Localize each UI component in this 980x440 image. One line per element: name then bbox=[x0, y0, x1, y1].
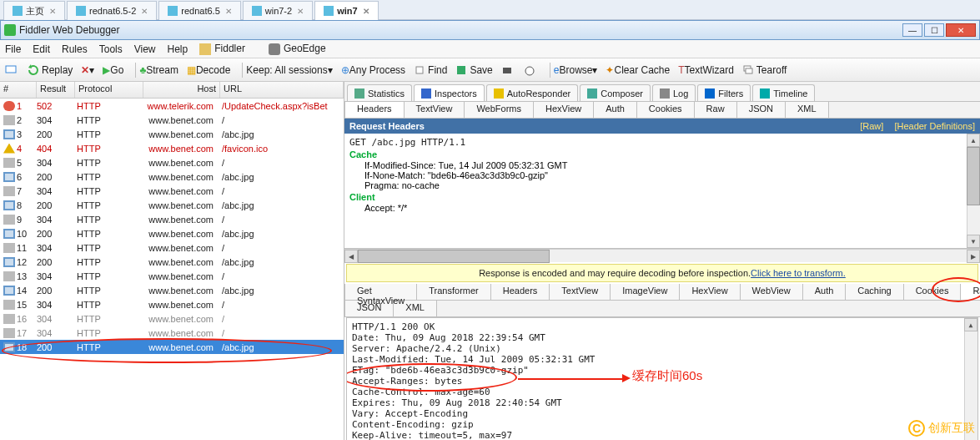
replay-button[interactable]: Replay bbox=[28, 64, 73, 76]
menu-edit[interactable]: Edit bbox=[33, 43, 50, 55]
close-icon[interactable]: ✕ bbox=[225, 7, 232, 16]
inspector-tab-log[interactable]: Log bbox=[652, 84, 696, 101]
response-tab-cookies[interactable]: Cookies bbox=[904, 284, 962, 300]
tab-rednat652[interactable]: rednat6.5-2✕ bbox=[67, 1, 157, 20]
tab-win7[interactable]: win7✕ bbox=[314, 1, 378, 20]
decode-notice[interactable]: Response is encoded and may require deco… bbox=[346, 264, 978, 282]
response-tab-transformer[interactable]: Transformer bbox=[417, 284, 491, 300]
request-tab-headers[interactable]: Headers bbox=[344, 102, 405, 118]
session-row[interactable]: 6200HTTPwww.benet.com/abc.jpg bbox=[0, 169, 344, 184]
col-url[interactable]: URL bbox=[220, 82, 344, 98]
textwizard-button[interactable]: T TextWizard bbox=[678, 64, 734, 76]
tab-win72[interactable]: win7-2✕ bbox=[243, 1, 313, 20]
close-icon[interactable]: ✕ bbox=[363, 7, 369, 16]
scrollbar-vertical[interactable]: ▲ ▼ bbox=[967, 134, 980, 248]
minimize-button[interactable]: — bbox=[902, 23, 922, 37]
menu-fiddlerscript[interactable]: Fiddler bbox=[199, 43, 257, 55]
sessions-header[interactable]: # Result Protocol Host URL bbox=[0, 82, 344, 99]
decode-button[interactable]: ▦ Decode bbox=[187, 64, 230, 76]
scroll-left-icon[interactable]: ◀ bbox=[344, 250, 358, 263]
inspector-tab-composer[interactable]: Composer bbox=[580, 84, 651, 101]
go-button[interactable]: ▶ Go bbox=[103, 64, 123, 76]
session-row[interactable]: 14200HTTPwww.benet.com/abc.jpg bbox=[0, 283, 344, 297]
session-row[interactable]: 2304HTTPwww.benet.com/ bbox=[0, 113, 344, 127]
session-row[interactable]: 7304HTTPwww.benet.com/ bbox=[0, 184, 344, 198]
session-row[interactable]: 12200HTTPwww.benet.com/abc.jpg bbox=[0, 255, 344, 269]
session-row[interactable]: 18200HTTPwww.benet.com/abc.jpg bbox=[0, 340, 344, 354]
inspector-tab-inspectors[interactable]: Inspectors bbox=[414, 84, 485, 101]
session-row[interactable]: 1502HTTPwww.telerik.com/UpdateCheck.aspx… bbox=[0, 99, 344, 113]
response-tab-auth[interactable]: Auth bbox=[803, 284, 847, 300]
inspector-tab-timeline[interactable]: Timeline bbox=[752, 84, 815, 101]
raw-link[interactable]: [Raw] bbox=[860, 121, 883, 131]
menu-tools[interactable]: Tools bbox=[99, 43, 123, 55]
request-tab-cookies[interactable]: Cookies bbox=[637, 102, 695, 118]
session-row[interactable]: 10200HTTPwww.benet.com/abc.jpg bbox=[0, 226, 344, 240]
col-host[interactable]: Host bbox=[143, 82, 220, 98]
response-tab-caching[interactable]: Caching bbox=[846, 284, 903, 300]
response-tab-get-syntaxview[interactable]: Get SyntaxView bbox=[344, 284, 417, 300]
comment-button[interactable] bbox=[5, 64, 19, 76]
session-row[interactable]: 17304HTTPwww.benet.com/ bbox=[0, 326, 344, 340]
menu-view[interactable]: View bbox=[134, 43, 156, 55]
session-row[interactable]: 5304HTTPwww.benet.com/ bbox=[0, 155, 344, 169]
request-body[interactable]: GET /abc.jpg HTTP/1.1 Cache If-Modified-… bbox=[344, 134, 980, 249]
any-process-button[interactable]: ⊕ Any Process bbox=[341, 64, 405, 76]
maximize-button[interactable]: ☐ bbox=[924, 23, 944, 37]
header-definitions-link[interactable]: [Header Definitions] bbox=[894, 121, 975, 131]
session-row[interactable]: 4404HTTPwww.benet.com/favicon.ico bbox=[0, 141, 344, 155]
request-tab-webforms[interactable]: WebForms bbox=[465, 102, 534, 118]
find-button[interactable]: Find bbox=[414, 64, 447, 76]
close-icon[interactable]: ✕ bbox=[141, 7, 148, 16]
session-row[interactable]: 9304HTTPwww.benet.com/ bbox=[0, 212, 344, 226]
close-button[interactable]: ✕ bbox=[946, 23, 976, 37]
request-tab-auth[interactable]: Auth bbox=[594, 102, 637, 118]
tab-rednat65[interactable]: rednat6.5✕ bbox=[158, 1, 240, 20]
request-tab-raw[interactable]: Raw bbox=[695, 102, 737, 118]
browse-button[interactable]: e Browse ▾ bbox=[554, 64, 598, 76]
response-tab-imageview[interactable]: ImageView bbox=[611, 284, 680, 300]
response-tab-webview[interactable]: WebView bbox=[741, 284, 803, 300]
request-tab-json[interactable]: JSON bbox=[737, 102, 786, 118]
request-tab-xml[interactable]: XML bbox=[786, 102, 829, 118]
clear-cache-button[interactable]: ✦ Clear Cache bbox=[606, 64, 670, 76]
stream-button[interactable]: ♣ Stream bbox=[139, 64, 178, 76]
menu-help[interactable]: Help bbox=[168, 43, 188, 55]
menu-rules[interactable]: Rules bbox=[62, 43, 88, 55]
scroll-thumb[interactable] bbox=[967, 147, 980, 205]
close-icon[interactable]: ✕ bbox=[49, 7, 56, 16]
session-row[interactable]: 3200HTTPwww.benet.com/abc.jpg bbox=[0, 127, 344, 141]
inspector-tab-autoresponder[interactable]: AutoResponder bbox=[486, 84, 578, 101]
session-row[interactable]: 16304HTTPwww.benet.com/ bbox=[0, 311, 344, 326]
menu-file[interactable]: File bbox=[5, 43, 21, 55]
menu-geoedge[interactable]: GeoEdge bbox=[269, 43, 338, 55]
inspector-tab-filters[interactable]: Filters bbox=[697, 84, 751, 101]
session-row[interactable]: 8200HTTPwww.benet.com/abc.jpg bbox=[0, 198, 344, 212]
scroll-up-icon[interactable]: ▲ bbox=[964, 318, 977, 331]
session-row[interactable]: 11304HTTPwww.benet.com/ bbox=[0, 240, 344, 255]
close-icon[interactable]: ✕ bbox=[297, 7, 304, 16]
scroll-up-icon[interactable]: ▲ bbox=[967, 134, 980, 147]
col-protocol[interactable]: Protocol bbox=[75, 82, 143, 98]
request-tab-textview[interactable]: TextView bbox=[405, 102, 465, 118]
scrollbar-horizontal[interactable]: ◀ ▶ bbox=[344, 249, 980, 262]
timer-button[interactable] bbox=[524, 64, 538, 76]
screenshot-button[interactable] bbox=[501, 64, 515, 76]
response-raw-view[interactable]: 缓存时间60s ▲ ▼ HTTP/1.1 200 OKDate: Thu, 09… bbox=[346, 317, 978, 440]
response-tab-headers[interactable]: Headers bbox=[491, 284, 550, 300]
scroll-right-icon[interactable]: ▶ bbox=[967, 250, 980, 263]
response-tab-textview[interactable]: TextView bbox=[550, 284, 611, 300]
save-button[interactable]: Save bbox=[455, 64, 492, 76]
session-row[interactable]: 15304HTTPwww.benet.com/ bbox=[0, 297, 344, 311]
keep-sessions-dropdown[interactable]: Keep: All sessions ▾ bbox=[246, 64, 332, 76]
remove-button[interactable]: ✕ ▾ bbox=[81, 64, 94, 76]
scroll-down-icon[interactable]: ▼ bbox=[967, 235, 980, 248]
response-tab-raw[interactable]: Raw bbox=[961, 284, 980, 300]
session-row[interactable]: 13304HTTPwww.benet.com/ bbox=[0, 269, 344, 283]
col-number[interactable]: # bbox=[0, 82, 37, 98]
tearoff-button[interactable]: Tearoff bbox=[742, 64, 787, 76]
tab-home[interactable]: 主页✕ bbox=[3, 1, 65, 20]
response-tab-hexview[interactable]: HexView bbox=[680, 284, 740, 300]
inspector-tab-statistics[interactable]: Statistics bbox=[347, 84, 412, 101]
col-result[interactable]: Result bbox=[37, 82, 75, 98]
